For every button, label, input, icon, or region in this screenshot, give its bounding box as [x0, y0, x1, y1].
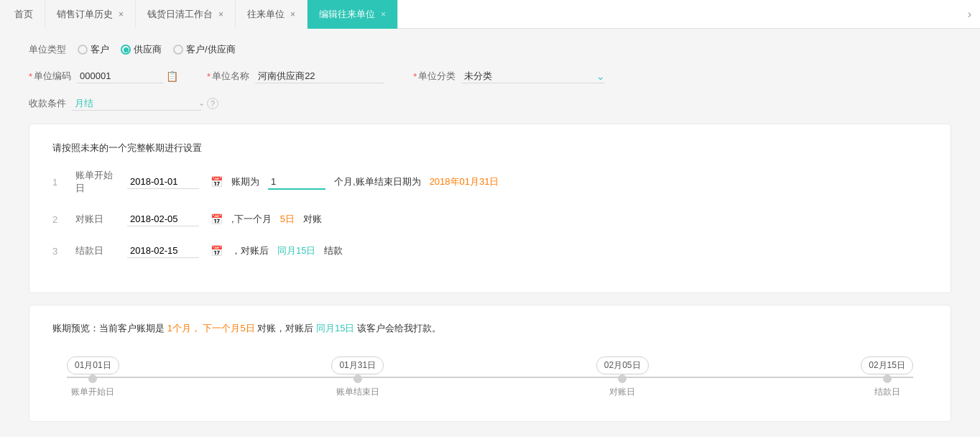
preview-part3: 对账，对账后: [257, 323, 313, 334]
radio-circle-customer: [78, 45, 88, 55]
payment-day-highlight: 同月15日: [277, 244, 315, 257]
reconcile-prefix: ,下一个月: [231, 213, 272, 226]
category-arrow-icon[interactable]: ⌄: [596, 70, 605, 82]
setting-row-2: 2 对账日 📅 ,下一个月 5日 对账: [52, 212, 928, 226]
name-required-star: *: [207, 71, 211, 82]
radio-supplier[interactable]: 供应商: [121, 43, 162, 56]
code-input[interactable]: [77, 69, 163, 83]
payment-terms-help-icon[interactable]: ?: [207, 98, 218, 109]
setting-row-1: 1 账单开始日 📅 账期为 个月,账单结束日期为 2018年01月31日: [52, 169, 928, 195]
radio-label-both: 客户/供应商: [186, 43, 236, 56]
timeline-node-4: 02月15日 结款日: [861, 356, 913, 398]
preview-part2: 下一个月5日: [203, 323, 254, 334]
node-dot-4: [883, 374, 892, 383]
category-field: * 单位分类 ⌄: [413, 69, 605, 83]
tab-close-sales-history[interactable]: ×: [119, 9, 124, 19]
code-label: 单位编码: [34, 70, 71, 83]
payment-prefix: ，对账后: [231, 244, 269, 257]
preview-text: 账期预览：当前客户账期是 1个月， 下一个月5日 对账，对账后 同月15日 该客…: [52, 320, 928, 336]
start-date-input[interactable]: [127, 175, 199, 189]
radio-group-unit-type: 客户 供应商 客户/供应商: [78, 43, 236, 56]
code-field: * 单位编码 📋: [29, 69, 178, 83]
unit-type-label: 单位类型: [29, 43, 66, 56]
radio-label-customer: 客户: [91, 43, 109, 56]
row-num-1: 1: [52, 177, 67, 188]
period-label: 账期为: [231, 175, 259, 188]
radio-label-supplier: 供应商: [134, 43, 162, 56]
tab-home[interactable]: 首页: [0, 0, 45, 29]
main-content: 单位类型 客户 供应商 客户/供应商 * 单位编码 📋 * 单位名称: [0, 29, 980, 436]
row-label-1: 账单开始日: [75, 169, 119, 195]
category-input[interactable]: [461, 69, 596, 83]
radio-circle-both: [173, 45, 183, 55]
tab-close-edit-partner[interactable]: ×: [381, 9, 386, 19]
payment-terms-arrow-icon[interactable]: ⌄: [198, 98, 205, 108]
name-label: 单位名称: [212, 70, 249, 83]
payment-date-input[interactable]: [127, 244, 199, 258]
preview-label: 账期预览：当前客户账期是: [52, 323, 165, 334]
radio-customer[interactable]: 客户: [78, 43, 109, 56]
start-date-calendar-icon[interactable]: 📅: [211, 176, 223, 188]
payment-terms-dropdown[interactable]: ⌄: [72, 96, 201, 111]
timeline-node-2: 01月31日 账单结束日: [331, 356, 384, 398]
category-label: 单位分类: [418, 70, 456, 83]
row-label-3: 结款日: [75, 244, 119, 257]
reconcile-date-input[interactable]: [127, 212, 199, 226]
code-required-star: *: [29, 71, 32, 82]
tab-cash-reconciliation[interactable]: 钱货日清工作台 ×: [136, 0, 236, 29]
name-field: * 单位名称: [207, 69, 384, 83]
node-label-4: 结款日: [874, 386, 900, 398]
name-input[interactable]: [255, 69, 384, 83]
row-label-2: 对账日: [75, 213, 119, 226]
node-label-1: 账单开始日: [71, 386, 114, 398]
timeline-nodes: 01月01日 账单开始日 01月31日 账单结束日 02月05日 对账日 02月…: [67, 356, 913, 398]
tab-partner-units[interactable]: 往来单位 ×: [236, 0, 308, 29]
node-dot-1: [88, 374, 97, 383]
preview-part1: 1个月，: [167, 323, 200, 334]
node-date-4: 02月15日: [861, 356, 913, 374]
node-label-3: 对账日: [609, 386, 635, 398]
payment-suffix: 结款: [324, 244, 343, 257]
settings-card: 请按照未来的一个完整帐期进行设置 1 账单开始日 📅 账期为 个月,账单结束日期…: [29, 124, 951, 293]
category-required-star: *: [413, 71, 417, 82]
unit-type-row: 单位类型 客户 供应商 客户/供应商: [29, 43, 951, 56]
node-date-1: 01月01日: [67, 356, 119, 374]
card-instruction: 请按照未来的一个完整帐期进行设置: [52, 142, 928, 155]
radio-both[interactable]: 客户/供应商: [173, 43, 236, 56]
setting-row-3: 3 结款日 📅 ，对账后 同月15日 结款: [52, 244, 928, 258]
timeline-node-1: 01月01日 账单开始日: [67, 356, 119, 398]
node-dot-3: [618, 374, 627, 383]
payment-terms-row: 收款条件 ⌄ ?: [29, 96, 951, 111]
code-copy-icon[interactable]: 📋: [166, 70, 178, 82]
reconcile-suffix: 对账: [303, 213, 322, 226]
timeline-node-3: 02月05日 对账日: [596, 356, 649, 398]
tab-edit-partner[interactable]: 编辑往来单位 ×: [308, 0, 398, 29]
tab-bar: 首页 销售订单历史 × 钱货日清工作台 × 往来单位 × 编辑往来单位 × ›: [0, 0, 980, 29]
node-date-2: 01月31日: [331, 356, 384, 374]
preview-part5: 该客户会给我打款。: [357, 323, 441, 334]
row-num-2: 2: [52, 214, 67, 225]
category-dropdown[interactable]: ⌄: [461, 69, 605, 83]
node-date-3: 02月05日: [596, 356, 649, 374]
tab-overflow-arrow[interactable]: ›: [959, 8, 980, 21]
node-label-2: 账单结束日: [336, 386, 379, 398]
node-dot-2: [353, 374, 362, 383]
preview-section: 账期预览：当前客户账期是 1个月， 下一个月5日 对账，对账后 同月15日 该客…: [29, 305, 951, 422]
payment-terms-label: 收款条件: [29, 97, 66, 110]
reconcile-day-highlight: 5日: [280, 213, 295, 226]
tab-sales-history[interactable]: 销售订单历史 ×: [45, 0, 136, 29]
payment-date-calendar-icon[interactable]: 📅: [211, 245, 223, 257]
reconcile-date-calendar-icon[interactable]: 📅: [211, 213, 223, 225]
payment-terms-input[interactable]: [72, 96, 198, 110]
radio-circle-supplier: [121, 45, 131, 55]
code-name-category-row: * 单位编码 📋 * 单位名称 * 单位分类 ⌄: [29, 69, 951, 83]
timeline-wrap: 01月01日 账单开始日 01月31日 账单结束日 02月05日 对账日 02月…: [52, 356, 928, 398]
row-num-3: 3: [52, 246, 67, 257]
tab-close-cash-reconciliation[interactable]: ×: [218, 9, 223, 19]
end-date-highlight: 2018年01月31日: [430, 175, 499, 188]
preview-part4: 同月15日: [316, 323, 354, 334]
period-suffix: 个月,账单结束日期为: [334, 175, 421, 188]
period-input[interactable]: [268, 175, 325, 190]
tab-close-partner-units[interactable]: ×: [290, 9, 295, 19]
